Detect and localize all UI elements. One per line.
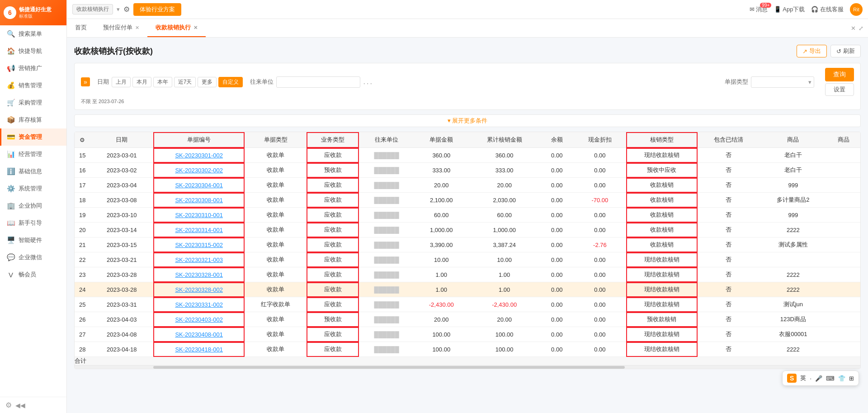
tab-expand-icon[interactable]: ⤢	[859, 25, 863, 32]
tab-receipt[interactable]: 收款核销执行 ✕	[147, 19, 206, 37]
cell-goods: 2222	[760, 223, 827, 237]
doc-no-link[interactable]: SK-20230328-002	[175, 286, 223, 293]
online-service-link[interactable]: 🎧 在线客服	[811, 5, 844, 14]
topbar-breadcrumb[interactable]: 收款核销执行	[72, 4, 113, 14]
sidebar-item-finance[interactable]: 💳 资金管理	[0, 128, 66, 146]
doc-no-link[interactable]: SK-20230403-002	[175, 316, 223, 323]
tab-prepay[interactable]: 预付应付单 ✕	[95, 19, 147, 37]
table-scrollbar[interactable]	[75, 365, 860, 369]
cell-biz-type: 应收款	[307, 327, 359, 342]
unit-label: 往来单位	[250, 78, 274, 86]
cell-verify-type: 收款核销	[626, 193, 698, 208]
cell-balance: 0.00	[540, 163, 574, 178]
cell-biz-type: 应收款	[307, 282, 359, 297]
expand-bar[interactable]: ▾ 展开更多条件	[74, 114, 861, 127]
col-gear[interactable]: ⚙	[75, 132, 90, 148]
doc-no-link[interactable]: SK-20230331-002	[175, 301, 223, 308]
setting-button[interactable]: 设置	[825, 83, 854, 96]
filter-row-1: » 日期 上月 本月 本年 近7天 更多 自定义 往来单位	[81, 68, 854, 96]
cell-include-settled: 否	[698, 267, 760, 282]
doc-no-link[interactable]: SK-20230314-001	[175, 227, 223, 233]
sidebar-item-wechat[interactable]: 💬 企业微信	[0, 249, 66, 266]
date-btn-this-month[interactable]: 本月	[132, 77, 151, 87]
date-btn-last-month[interactable]: 上月	[112, 77, 131, 87]
tab-receipt-close[interactable]: ✕	[193, 25, 198, 31]
sidebar-item-purchase[interactable]: 🛒 采购管理	[0, 94, 66, 111]
ime-dot[interactable]: ·	[810, 375, 811, 382]
sidebar-label-hardware: 智能硬件	[19, 236, 42, 244]
doc-no-link[interactable]: SK-20230301-002	[175, 152, 223, 159]
date-btn-more[interactable]: 更多	[198, 77, 217, 87]
cell-cash-discount: 0.00	[574, 208, 626, 223]
unit-input[interactable]	[276, 76, 360, 88]
cell-doc-no: SK-20230302-002	[153, 163, 245, 178]
sidebar-item-hardware[interactable]: 🖥️ 智能硬件	[0, 232, 66, 249]
messages-wrap[interactable]: ✉ 消息 99+	[750, 5, 768, 14]
doc-no-link[interactable]: SK-20230408-001	[175, 331, 223, 338]
cell-verify-type: 收款核销	[626, 178, 698, 193]
tab-close-all-icon[interactable]: ✕	[851, 25, 856, 32]
cell-unit: ██████	[359, 223, 414, 237]
cell-goods2	[827, 163, 860, 178]
date-btn-7days[interactable]: 近7天	[174, 77, 196, 87]
ime-grid-icon[interactable]: ⊞	[849, 375, 854, 382]
sidebar-item-marketing[interactable]: 📢 营销推广	[0, 60, 66, 77]
sidebar-label-quick: 快捷导航	[19, 47, 42, 55]
cell-goods2	[827, 252, 860, 267]
settings-icon[interactable]: ⚙	[5, 401, 12, 409]
ime-mic-icon[interactable]: 🎤	[815, 375, 822, 382]
page-title: 收款核销执行(按收款)	[74, 46, 153, 57]
sidebar-item-member[interactable]: V 畅会员	[0, 266, 66, 283]
col-biz-type: 业务类型	[307, 132, 359, 148]
sidebar-item-operation[interactable]: 📊 经营管理	[0, 146, 66, 163]
doc-no-link[interactable]: SK-20230310-001	[175, 212, 223, 218]
doc-no-link[interactable]: SK-20230321-003	[175, 256, 223, 263]
cell-doc-type: 收款单	[245, 252, 307, 267]
tab-home[interactable]: 首页	[67, 19, 95, 37]
sidebar-item-search[interactable]: 🔍 搜索菜单	[0, 25, 66, 43]
user-avatar[interactable]: Rit	[850, 3, 863, 16]
topbar-chevron[interactable]: ▾	[117, 6, 120, 13]
date-btn-custom[interactable]: 自定义	[218, 77, 243, 87]
topbar-gear-icon[interactable]: ⚙	[123, 5, 130, 14]
cell-balance: 0.00	[540, 148, 574, 163]
refresh-button[interactable]: ↺ 刷新	[830, 45, 861, 57]
tab-prepay-close[interactable]: ✕	[135, 25, 139, 31]
doc-no-link[interactable]: SK-20230315-002	[175, 242, 223, 248]
headset-icon: 🎧	[811, 6, 818, 13]
cell-biz-type: 应收款	[307, 178, 359, 193]
date-btn-this-year[interactable]: 本年	[153, 77, 172, 87]
sidebar-item-corp[interactable]: 🏢 企业协同	[0, 197, 66, 214]
sidebar-item-guide[interactable]: 📖 新手引导	[0, 214, 66, 232]
collapse-icon[interactable]: ◀◀	[15, 402, 25, 409]
table-row: 20 2023-03-14 SK-20230314-001 收款单 应收款 ██…	[75, 223, 860, 237]
sidebar-item-sales[interactable]: 💰 销售管理	[0, 77, 66, 94]
ime-keyboard-icon[interactable]: ⌨	[826, 375, 835, 382]
sidebar-item-basic[interactable]: ℹ️ 基础信息	[0, 163, 66, 180]
ime-shirt-icon[interactable]: 👕	[838, 375, 845, 382]
expand-icon: ▾	[448, 117, 451, 124]
query-button[interactable]: 查询	[825, 68, 854, 81]
sidebar-item-inventory[interactable]: 📦 库存核算	[0, 111, 66, 128]
cell-include-settled: 否	[698, 163, 760, 178]
filter-toggle-btn[interactable]: »	[81, 77, 90, 86]
sidebar-icon-inventory: 📦	[7, 116, 15, 124]
cell-unit: ██████	[359, 282, 414, 297]
sidebar-nav: 🔍 搜索菜单 🏠 快捷导航 📢 营销推广 💰 销售管理 🛒 采购管理 📦 库存核…	[0, 25, 66, 397]
doc-no-link[interactable]: SK-20230304-001	[175, 182, 223, 189]
app-download-link[interactable]: 📱 App下载	[774, 5, 805, 14]
doc-no-link[interactable]: SK-20230328-001	[175, 271, 223, 278]
doc-no-link[interactable]: SK-20230418-001	[175, 346, 223, 353]
export-button[interactable]: ↗ 导出	[797, 45, 827, 57]
scrollbar-thumb[interactable]	[153, 366, 625, 369]
ime-ying[interactable]: 英	[800, 374, 806, 382]
sidebar-item-system[interactable]: ⚙️ 系统管理	[0, 180, 66, 197]
sidebar-item-quick[interactable]: 🏠 快捷导航	[0, 43, 66, 60]
col-doc-type: 单据类型	[245, 132, 307, 148]
cell-balance: 0.00	[540, 327, 574, 342]
doc-no-link[interactable]: SK-20230308-001	[175, 197, 223, 204]
industry-solution-button[interactable]: 体验行业方案	[133, 3, 181, 16]
receipt-type-select[interactable]	[751, 76, 814, 88]
refresh-icon: ↺	[836, 48, 841, 55]
doc-no-link[interactable]: SK-20230302-002	[175, 167, 223, 174]
